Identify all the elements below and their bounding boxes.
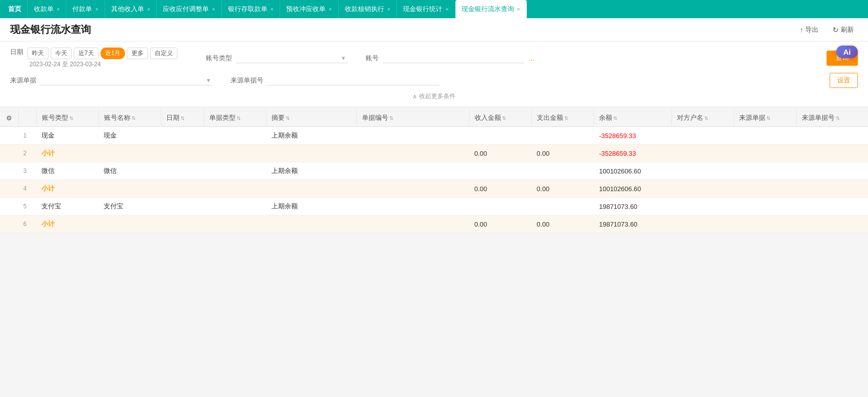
date-option-昨天[interactable]: 昨天	[27, 48, 49, 59]
cell-num: 5	[18, 198, 36, 215]
column-source-voucher[interactable]: 来源单据⇅	[734, 109, 796, 127]
source-voucher-select[interactable]: ▾	[40, 75, 212, 85]
cell-account-name: 现金	[99, 127, 161, 145]
cell-account-type: 小计	[36, 145, 99, 162]
page-header: 现金银行流水查询 ↑ 导出 ↻ 刷新	[0, 18, 868, 41]
account-no-input[interactable]	[383, 53, 524, 63]
top-nav: 首页收款单×付款单×其他收入单×应收应付调整单×银行存取款单×预收冲应收单×收款…	[0, 0, 868, 18]
cell-account-name: 微信	[99, 162, 161, 180]
cell-voucher-no	[356, 215, 469, 233]
cell-source-voucher	[734, 180, 796, 198]
cell-num: 2	[18, 145, 36, 162]
date-option-自定义[interactable]: 自定义	[150, 48, 177, 59]
close-icon[interactable]: ×	[329, 6, 332, 12]
filter-row-1: 日期 昨天今天近7天近1月更多自定义 2023-02-24 至 2023-03-…	[10, 48, 858, 69]
close-icon[interactable]: ×	[147, 6, 150, 12]
cell-voucher-type	[204, 180, 266, 198]
nav-item-bank-deposit[interactable]: 银行存取款单×	[222, 0, 280, 18]
cell-source-no	[796, 162, 868, 180]
cell-settings	[0, 145, 18, 162]
cell-summary	[266, 145, 356, 162]
nav-item-advance-receipt[interactable]: 预收冲应收单×	[280, 0, 338, 18]
column-source-no[interactable]: 来源单据号⇅	[796, 109, 868, 127]
cell-expense: 0.00	[532, 215, 594, 233]
cell-account-name: 支付宝	[99, 198, 161, 215]
close-icon[interactable]: ×	[212, 6, 215, 12]
account-type-label: 账号类型	[206, 54, 232, 63]
date-option-更多[interactable]: 更多	[127, 48, 148, 59]
cell-account-type: 小计	[36, 180, 99, 198]
cell-num: 4	[18, 180, 36, 198]
nav-item-receipt[interactable]: 收款单×	[28, 0, 66, 18]
cell-account-type: 现金	[36, 127, 99, 145]
refresh-button[interactable]: ↻ 刷新	[829, 23, 858, 36]
nav-item-payment[interactable]: 付款单×	[66, 0, 105, 18]
header-actions: ↑ 导出 ↻ 刷新	[796, 23, 858, 36]
close-icon[interactable]: ×	[270, 6, 273, 12]
column-balance[interactable]: 余额⇅	[594, 109, 671, 127]
export-button[interactable]: ↑ 导出	[796, 23, 823, 36]
nav-item-cash-bank-flow[interactable]: 现金银行流水查询×	[455, 0, 527, 18]
column-expense[interactable]: 支出金额⇅	[532, 109, 594, 127]
nav-item-writeoff[interactable]: 收款核销执行×	[339, 0, 397, 18]
column-date[interactable]: 日期⇅	[161, 109, 204, 127]
cell-balance: 100102606.60	[594, 180, 671, 198]
column-settings[interactable]: ⚙	[0, 109, 18, 127]
cell-expense	[532, 162, 594, 180]
cell-num: 3	[18, 162, 36, 180]
close-icon[interactable]: ×	[95, 6, 98, 12]
column-voucher-no[interactable]: 单据编号⇅	[356, 109, 469, 127]
close-icon[interactable]: ×	[445, 6, 448, 12]
date-filter-group: 日期 昨天今天近7天近1月更多自定义 2023-02-24 至 2023-03-…	[10, 48, 177, 69]
date-option-今天[interactable]: 今天	[51, 48, 72, 59]
cell-settings	[0, 180, 18, 198]
nav-item-ar-ap-adjust[interactable]: 应收应付调整单×	[157, 0, 221, 18]
ai-badge[interactable]: Ai	[836, 46, 858, 58]
close-icon[interactable]: ×	[57, 6, 60, 12]
date-option-近1月[interactable]: 近1月	[101, 48, 125, 59]
cell-voucher-type	[204, 127, 266, 145]
cell-voucher-no	[356, 180, 469, 198]
table-area: ⚙ 账号类型⇅ 账号名称⇅ 日期⇅ 单据类型⇅ 摘要⇅ 单据编号⇅ 收入金额⇅ …	[0, 109, 868, 233]
column-voucher-type[interactable]: 单据类型⇅	[204, 109, 266, 127]
date-option-近7天[interactable]: 近7天	[74, 48, 99, 59]
column-income[interactable]: 收入金额⇅	[469, 109, 531, 127]
cell-source-no	[796, 127, 868, 145]
collapse-button[interactable]: ∧ 收起更多条件	[413, 92, 455, 101]
close-icon[interactable]: ×	[517, 6, 520, 12]
collapse-bar: ∧ 收起更多条件	[10, 90, 858, 102]
cell-income	[469, 162, 531, 180]
cell-counterpart	[671, 127, 734, 145]
cell-account-type: 微信	[36, 162, 99, 180]
cell-income: 0.00	[469, 215, 531, 233]
cell-source-no	[796, 215, 868, 233]
settings-button[interactable]: 设置	[830, 73, 858, 88]
cell-balance: -3528659.33	[594, 127, 671, 145]
cell-summary: 上期余额	[266, 162, 356, 180]
collapse-icon: ∧	[413, 93, 417, 100]
account-ellipsis-button[interactable]: ...	[528, 54, 534, 62]
column-counterpart[interactable]: 对方户名⇅	[671, 109, 734, 127]
cell-settings	[0, 198, 18, 215]
nav-item-cash-bank-stat[interactable]: 现金银行统计×	[397, 0, 455, 18]
source-no-input[interactable]	[267, 75, 439, 85]
account-type-select[interactable]: ▾	[236, 53, 347, 63]
nav-item-other-income[interactable]: 其他收入单×	[105, 0, 157, 18]
cell-source-voucher	[734, 162, 796, 180]
cell-account-type: 支付宝	[36, 198, 99, 215]
column-summary[interactable]: 摘要⇅	[266, 109, 356, 127]
cell-counterpart	[671, 198, 734, 215]
cell-source-no	[796, 180, 868, 198]
date-label: 日期	[10, 48, 23, 57]
cell-settings	[0, 162, 18, 180]
column-account-type[interactable]: 账号类型⇅	[36, 109, 99, 127]
table-row: 2小计0.000.00-3528659.33	[0, 145, 868, 162]
close-icon[interactable]: ×	[387, 6, 390, 12]
cell-date	[161, 162, 204, 180]
column-account-name[interactable]: 账号名称⇅	[99, 109, 161, 127]
filter-row-2: 来源单据 ▾ 来源单据号 设置	[10, 73, 858, 88]
cell-income	[469, 127, 531, 145]
cell-account-type: 小计	[36, 215, 99, 233]
nav-item-home[interactable]: 首页	[2, 0, 28, 18]
cell-balance: 19871073.60	[594, 198, 671, 215]
